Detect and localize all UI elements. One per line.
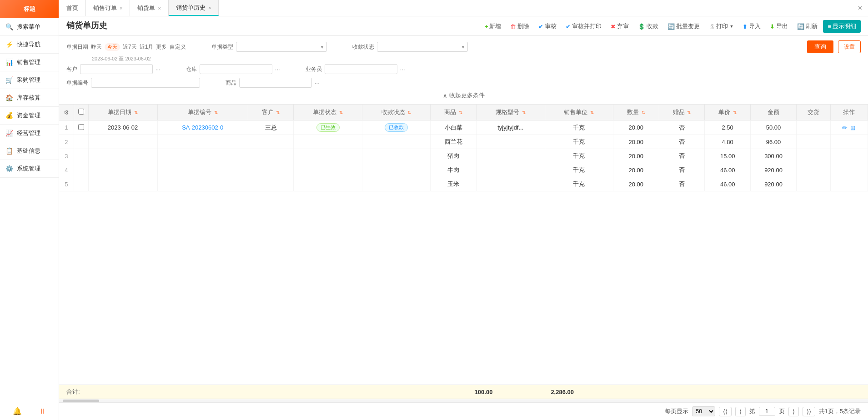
warehouse-picker-icon[interactable]: ··· [275, 66, 280, 73]
audit-print-icon: ✔ [566, 23, 571, 30]
date-range-display: 2023-06-02 至 2023-06-02 [92, 56, 151, 61]
row-spec [477, 163, 545, 177]
col-settings[interactable]: ⚙ [59, 105, 74, 120]
row-spec [477, 135, 545, 149]
setting-button[interactable]: 设置 [838, 40, 861, 53]
date-yesterday[interactable]: 昨天 [91, 43, 102, 51]
row-spec: tyjyjtyjdf... [477, 120, 545, 135]
collect-button[interactable]: 💲 收款 [634, 20, 662, 32]
last-page-button[interactable]: ⟩⟩ [803, 407, 815, 416]
col-goods[interactable]: 商品 ⇅ [431, 105, 477, 120]
goods-picker-icon[interactable]: ··· [315, 80, 320, 86]
page-number-input[interactable] [759, 407, 775, 416]
row-price: 2.50 [705, 120, 751, 135]
tab-sales-order[interactable]: 销售订单 × [86, 0, 130, 16]
audit-print-button[interactable]: ✔ 审核并打印 [562, 20, 605, 32]
tab-close-sales-history[interactable]: × [208, 5, 211, 10]
row-gift: 否 [659, 149, 705, 163]
print-button[interactable]: 🖨 打印 ▼ [705, 20, 737, 32]
add-button[interactable]: + 新增 [481, 20, 505, 32]
display-detail-button[interactable]: ≡ 显示明细 [823, 20, 861, 33]
view-icon[interactable]: ⊞ [850, 124, 856, 131]
close-all-tabs-button[interactable]: ✕ [852, 5, 868, 11]
horizontal-scrollbar[interactable] [59, 399, 868, 402]
query-button[interactable]: 查询 [807, 40, 833, 53]
refresh-button[interactable]: 🔄 刷新 [793, 20, 821, 32]
table-settings-icon[interactable]: ⚙ [64, 109, 69, 116]
row-op-cell [830, 177, 868, 191]
per-page-select[interactable]: 50 20 100 [692, 406, 715, 416]
col-qty[interactable]: 数量 ⇅ [613, 105, 659, 120]
first-page-button[interactable]: ⟨⟨ [719, 407, 732, 416]
tab-close-sales-goods[interactable]: × [158, 5, 161, 11]
customer-picker-icon[interactable]: ··· [156, 66, 161, 73]
row-unit: 千克 [545, 163, 613, 177]
date-custom[interactable]: 自定义 [170, 43, 186, 51]
footer-totals: 100.00 [471, 389, 493, 395]
col-date[interactable]: 单据日期 ⇅ [88, 105, 157, 120]
col-spec[interactable]: 规格型号 ⇅ [477, 105, 545, 120]
row-customer [248, 135, 294, 149]
salesman-picker-icon[interactable]: ··· [400, 66, 405, 73]
import-button[interactable]: ⬆ 导入 [739, 20, 764, 32]
goods-input[interactable] [239, 78, 312, 88]
row-unit: 千克 [545, 177, 613, 191]
sidebar-item-quicknav[interactable]: ⚡ 快捷导航 [0, 36, 59, 54]
sidebar-item-inventory[interactable]: 🏠 库存核算 [0, 89, 59, 107]
audit-button[interactable]: ✔ 审核 [535, 20, 560, 32]
batch-change-button[interactable]: 🔄 批量变更 [664, 20, 703, 32]
sidebar-item-sales[interactable]: 📊 销售管理 [0, 54, 59, 71]
row-checkbox-cell [74, 163, 88, 177]
sidebar-item-finance[interactable]: 💰 资金管理 [0, 107, 59, 125]
export-button[interactable]: ⬇ 导出 [766, 20, 792, 32]
delete-button[interactable]: 🗑 删除 [507, 20, 533, 32]
date-7days[interactable]: 近7天 [123, 43, 137, 51]
collect-status-select[interactable] [377, 42, 468, 52]
warehouse-input[interactable] [200, 64, 272, 74]
customer-input[interactable] [80, 64, 153, 74]
col-gift[interactable]: 赠品 ⇅ [659, 105, 705, 120]
doctype-select[interactable] [236, 42, 327, 52]
next-page-button[interactable]: ⟩ [788, 407, 799, 416]
sidebar-item-operation[interactable]: 📈 经营管理 [0, 125, 59, 142]
tab-home[interactable]: 首页 [59, 0, 86, 16]
sidebar-item-search[interactable]: 🔍 搜索菜单 [0, 18, 59, 36]
collapse-button[interactable]: ∧ 收起更多条件 [66, 91, 861, 100]
collapse-arrow-icon: ∧ [443, 92, 447, 99]
docno-input[interactable] [91, 78, 200, 88]
pause-icon[interactable]: ⏸ [39, 407, 46, 415]
sidebar-item-basic[interactable]: 📋 基础信息 [0, 142, 59, 160]
col-checkbox [74, 105, 88, 120]
salesman-input[interactable] [325, 64, 397, 74]
select-all-checkbox[interactable] [78, 109, 84, 115]
collect-status-group: 收款状态 ▼ [352, 42, 468, 52]
sidebar-item-purchase[interactable]: 🛒 采购管理 [0, 71, 59, 89]
tab-sales-goods[interactable]: 销货单 × [130, 0, 168, 16]
date-more[interactable]: 更多 [156, 43, 167, 51]
abandon-button[interactable]: ✖ 弃审 [607, 20, 632, 32]
date-today[interactable]: 今天 [105, 43, 120, 51]
row-doc-status: 已生效 [294, 120, 362, 135]
col-docno[interactable]: 单据编号 ⇅ [157, 105, 248, 120]
tab-close-sales-order[interactable]: × [120, 5, 122, 11]
docno-link[interactable]: SA-20230602-0 [182, 124, 223, 131]
row-checkbox[interactable] [78, 124, 84, 130]
sidebar-item-system[interactable]: ⚙️ 系统管理 [0, 160, 59, 178]
row-op-cell: ✏ ⊞ [830, 120, 868, 135]
col-unit[interactable]: 销售单位 ⇅ [545, 105, 613, 120]
edit-icon[interactable]: ✏ [842, 124, 848, 131]
col-price[interactable]: 单价 ⇅ [705, 105, 751, 120]
notification-icon[interactable]: 🔔 [13, 407, 22, 415]
sidebar: 标题 🔍 搜索菜单 ⚡ 快捷导航 📊 销售管理 🛒 采购管理 🏠 库存核算 💰 … [0, 0, 59, 420]
prev-page-button[interactable]: ⟨ [735, 407, 746, 416]
row-op-cell [830, 149, 868, 163]
col-customer[interactable]: 客户 ⇅ [248, 105, 294, 120]
col-doc-status[interactable]: 单据状态 ⇅ [294, 105, 362, 120]
row-collect-status: 已收款 [362, 120, 430, 135]
date-1month[interactable]: 近1月 [140, 43, 154, 51]
tab-sales-history[interactable]: 销货单历史 × [169, 0, 219, 16]
col-collect-status[interactable]: 收款状态 ⇅ [362, 105, 430, 120]
scrollbar-thumb[interactable] [63, 400, 99, 402]
row-date [88, 149, 157, 163]
row-goods: 玉米 [431, 177, 477, 191]
